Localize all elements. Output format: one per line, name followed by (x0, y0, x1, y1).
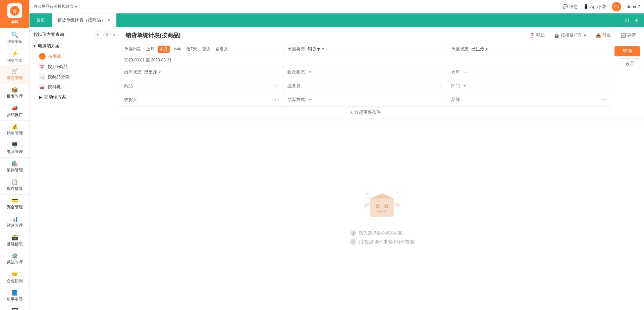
warehouse-more[interactable]: ··· (464, 69, 468, 75)
brand-value: ··· (463, 97, 606, 103)
salesman-more[interactable]: ··· (438, 83, 442, 89)
base-icon: 🗃️ (11, 234, 18, 241)
svg-text:好: 好 (12, 9, 17, 13)
settlement-dropdown[interactable]: ▾ (309, 97, 311, 102)
sidebar-item-operations[interactable]: 📊 经营管理 (0, 213, 29, 231)
goods-input[interactable] (136, 84, 273, 89)
sidebar-item-enterprise[interactable]: 🤝 企业协同 (0, 268, 29, 287)
sidebar-item-finance[interactable]: 💳 资金管理 (0, 195, 29, 213)
svg-text:✦: ✦ (365, 191, 369, 196)
date-tab-custom[interactable]: 自定义 (214, 46, 230, 53)
sidebar-item-guide[interactable]: 📘 新手引导 (0, 287, 29, 305)
date-tab-7days[interactable]: 近7天 (184, 46, 199, 53)
scheme-item-by-month-goods[interactable]: 📅 按月+商品 (30, 62, 120, 72)
department-dropdown[interactable]: ▾ (464, 84, 466, 88)
page-body: 按以下方案查询 + ⚙ « ▾ 电脑端方案 按商品 (30, 27, 644, 310)
recipient-input[interactable] (140, 97, 273, 102)
tip-text-1: 请先选择要分析的方案 (359, 230, 402, 236)
recipient-value: ··· (140, 97, 279, 103)
svg-rect-7 (363, 203, 370, 207)
scheme-icon-by-month-goods: 📅 (39, 64, 45, 70)
app-download-btn[interactable]: 📱 App下载 (583, 4, 606, 10)
sidebar-item-retail[interactable]: 🛒 零售管理 (0, 65, 29, 84)
tab-active[interactable]: 销货单统计表（按商品） ✕ (52, 13, 116, 27)
main-content: 办公用品行业模拟账套 ▾ 💬 消息 📱 App下载 Ea demo2 首页 销货… (30, 0, 644, 310)
operations-label: 经营管理 (7, 223, 23, 228)
svg-text:✦: ✦ (395, 190, 399, 195)
goods-more[interactable]: ··· (275, 83, 279, 89)
scheme-icon-by-category: 📊 (39, 74, 45, 80)
empty-tip-1: 1 请先选择要分析的方案 (350, 230, 414, 236)
search-btn[interactable]: 查询 (614, 46, 640, 56)
scheme-item-by-category[interactable]: 📊 按商品分类 (30, 72, 120, 82)
tab-maximize-btn[interactable]: ⊞ (633, 16, 640, 25)
sidebar-search[interactable]: 🔍 搜索菜单 (0, 28, 29, 47)
recipient-more[interactable]: ··· (275, 97, 279, 103)
date-tab-current-year[interactable]: 本年 (171, 46, 183, 53)
appstore-icon: 🔲 (11, 308, 18, 310)
sidebar-item-sales[interactable]: 💰 销售管理 (0, 121, 29, 139)
warehouse-value: ··· (463, 69, 606, 75)
date-tab-more[interactable]: 更多 (200, 46, 212, 53)
scheme-item-by-driver[interactable]: 🚗 按司机 (30, 82, 120, 92)
export-btn[interactable]: 📤 导出 (593, 31, 614, 40)
sidebar-item-wholesale[interactable]: 📦 批发管理 (0, 84, 29, 102)
settings-scheme-btn[interactable]: ⚙ (103, 31, 111, 38)
sidebar-item-ecommerce[interactable]: 🖥️ 电商管理 (0, 139, 29, 158)
doctype-dropdown[interactable]: ▾ (322, 47, 324, 51)
tab-minimize-btn[interactable]: ⊡ (623, 16, 630, 25)
help-btn[interactable]: ❓ 帮助 (527, 31, 547, 40)
filter-recipient-cell: 收货人 ··· (120, 93, 283, 106)
salesman-value: ··· (303, 83, 442, 89)
ecommerce-icon: 🖥️ (11, 142, 18, 148)
scheme-item-by-goods[interactable]: 按商品 (30, 51, 120, 62)
sidebar-item-appstore[interactable]: 🔲 应用中心 (0, 305, 29, 310)
pc-scheme-group-header[interactable]: ▾ 电脑端方案 (30, 41, 120, 51)
outstatus-dropdown[interactable]: ▾ (159, 70, 161, 74)
user-label: Ea (614, 5, 619, 9)
breadcrumb-arrow: ▾ (75, 4, 77, 9)
sidebar-quick-nav[interactable]: ⚡ 快捷导航 (0, 47, 29, 65)
filter-settlement-cell: 结算方式 ▾ (283, 93, 447, 106)
app-logo[interactable]: 好 标账 (0, 0, 29, 28)
refresh-btn[interactable]: 🔄 刷新 (618, 31, 639, 40)
tab-home[interactable]: 首页 (30, 13, 52, 27)
system-label: 系统管理 (7, 260, 23, 265)
username-label: demo2 (627, 4, 640, 9)
scheme-label-by-category: 按商品分类 (48, 74, 69, 80)
date-tab-prev-month[interactable]: 上月 (144, 46, 156, 53)
mobile-scheme-group-header[interactable]: ▶ 移动端方案 (30, 92, 120, 102)
app-download-icon: 📱 (583, 4, 589, 9)
guide-icon: 📘 (11, 290, 18, 296)
topbar: 办公用品行业模拟账套 ▾ 💬 消息 📱 App下载 Ea demo2 (30, 0, 644, 13)
sidebar-item-purchase[interactable]: 🛍️ 采购管理 (0, 158, 29, 176)
scheme-label-by-driver: 按司机 (48, 84, 61, 90)
right-content: 销货单统计表(按商品) ❓ 帮助 🖨️ 按模板打印 ▾ 📤 (120, 27, 644, 310)
guide-label: 新手引导 (7, 297, 23, 302)
expand-icon: ▾ (34, 44, 36, 49)
message-btn[interactable]: 💬 消息 (562, 4, 578, 10)
collapse-scheme-btn[interactable]: « (113, 32, 116, 38)
sidebar-item-base[interactable]: 🗃️ 基础信息 (0, 231, 29, 250)
docstatus-label: 单据状态 (451, 46, 469, 52)
tabbar-controls: ⊡ ⊞ (619, 16, 644, 25)
salesman-input[interactable] (303, 84, 437, 89)
purchase-label: 采购管理 (7, 167, 23, 173)
sidebar-item-inventory[interactable]: 📋 库存核算 (0, 176, 29, 195)
docstatus-dropdown[interactable]: ▾ (486, 47, 488, 51)
user-avatar[interactable]: Ea (612, 2, 621, 11)
collapse-conditions-btn[interactable]: ∧ 收起更多条件 (120, 107, 610, 118)
sidebar-item-system[interactable]: ⚙️ 系统管理 (0, 250, 29, 268)
filter-body: 单据日期 上月 本月 本年 近7天 更多 自定义 (120, 42, 644, 118)
brand-input[interactable] (463, 97, 601, 102)
scheme-panel-tools: + ⚙ « (94, 31, 116, 38)
settings-btn[interactable]: 设置 (620, 58, 640, 69)
sidebar-item-marketing[interactable]: 📣 营销推广 (0, 102, 29, 121)
empty-tips: 1 请先选择要分析的方案 2 用[过滤]条件来缩小分析范围 (350, 230, 414, 245)
receiptstatus-dropdown[interactable]: ▾ (309, 70, 311, 74)
add-scheme-btn[interactable]: + (94, 31, 101, 38)
tab-close-icon[interactable]: ✕ (107, 18, 111, 22)
brand-more[interactable]: ··· (602, 97, 606, 103)
date-tab-current-month[interactable]: 本月 (158, 46, 170, 53)
template-print-btn[interactable]: 🖨️ 按模板打印 ▾ (551, 31, 589, 40)
